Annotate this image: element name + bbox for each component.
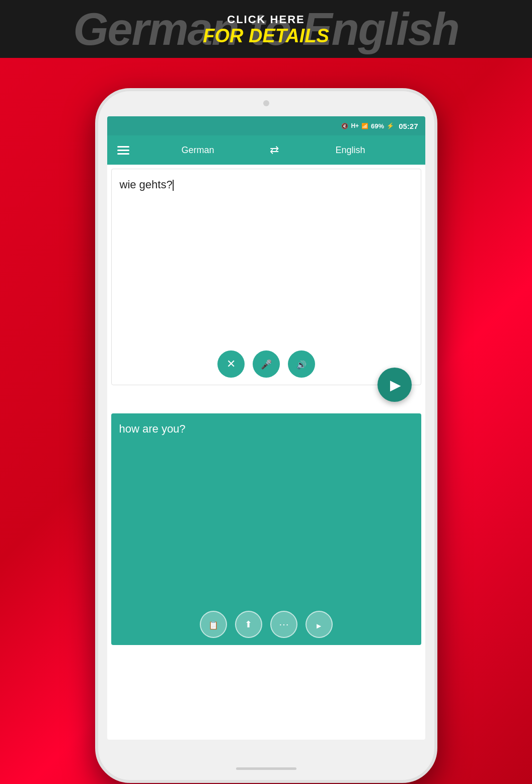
microphone-icon [261,358,272,371]
source-text: wie gehts? [120,178,173,191]
charging-icon: ⚡ [387,122,394,129]
status-icons: 🔇 H+ 📶 69% ⚡ 05:27 [341,122,418,130]
volume-up-button[interactable] [95,192,97,222]
output-panel: how are you? ⬆ [111,413,421,645]
share-translation-button[interactable]: ⬆ [235,611,262,638]
phone-screen: 🔇 H+ 📶 69% ⚡ 05:27 German ⇄ English [107,116,425,740]
power-button[interactable] [435,212,437,252]
more-icon [279,618,289,630]
network-icon: H+ [351,122,359,129]
volume-down-button[interactable] [95,232,97,262]
menu-line-3 [117,153,129,155]
send-icon [388,377,401,393]
next-button[interactable] [306,611,333,638]
output-action-bar: ⬆ [200,611,333,638]
menu-line-1 [117,146,129,148]
time-display: 05:27 [399,122,418,130]
signal-icon: 📶 [361,123,368,129]
source-text-display[interactable]: wie gehts? [112,169,421,350]
copy-icon [208,619,218,630]
swap-languages-button[interactable]: ⇄ [265,144,284,157]
mic-button[interactable] [253,350,280,378]
clear-button[interactable] [217,350,245,378]
input-action-bar [217,350,315,378]
speaker-button[interactable] [288,350,315,378]
main-area: 🔇 H+ 📶 69% ⚡ 05:27 German ⇄ English [0,58,532,784]
menu-line-2 [117,150,129,151]
status-bar: 🔇 H+ 📶 69% ⚡ 05:27 [107,116,425,135]
battery-indicator: 69% [371,122,384,130]
input-panel: wie gehts? [111,169,421,385]
language-to-selector[interactable]: English [284,145,417,156]
banner[interactable]: German to English CLICK HERE For Details [0,0,532,58]
share-icon: ⬆ [245,619,252,630]
app-toolbar: German ⇄ English [107,135,425,165]
language-from-selector[interactable]: German [131,145,265,156]
banner-click-here: CLICK HERE [203,13,329,26]
banner-for-details: For Details [203,26,329,45]
banner-overlay: CLICK HERE For Details [203,13,329,45]
phone-frame: 🔇 H+ 📶 69% ⚡ 05:27 German ⇄ English [95,88,437,783]
next-icon [317,619,321,630]
home-bar [236,767,296,770]
more-options-button[interactable] [270,611,297,638]
translated-text: how are you? [119,421,413,437]
clear-icon [226,358,236,371]
silent-icon: 🔇 [341,123,348,129]
speaker-icon [296,358,307,371]
send-translate-button[interactable] [377,368,412,402]
text-cursor [173,180,174,191]
copy-translation-button[interactable] [200,611,227,638]
front-camera [263,100,269,106]
menu-button[interactable] [115,144,131,157]
